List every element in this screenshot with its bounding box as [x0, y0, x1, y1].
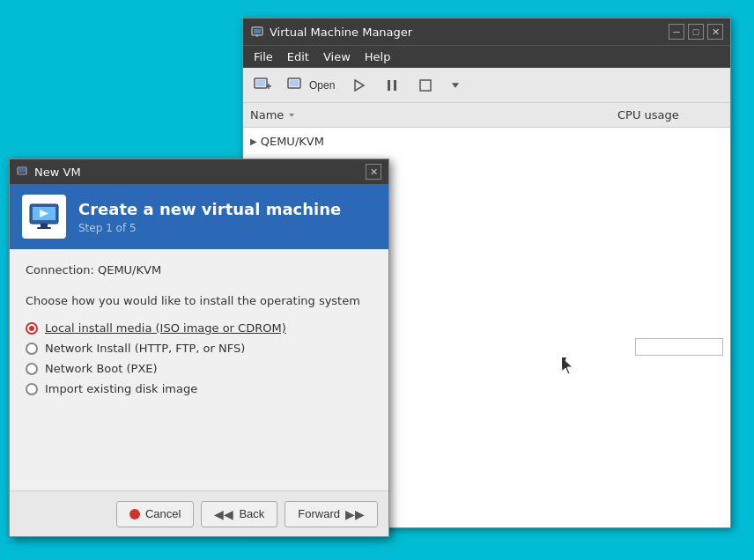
stop-icon — [416, 76, 435, 95]
back-button[interactable]: ◀◀ Back — [201, 501, 277, 527]
svg-marker-10 — [355, 80, 364, 91]
svg-rect-5 — [256, 80, 265, 86]
group-arrow-icon: ▶ — [250, 136, 257, 146]
menu-file[interactable]: File — [247, 48, 280, 66]
svg-rect-22 — [37, 227, 51, 229]
vmm-window-controls: ─ □ ✕ — [669, 24, 723, 40]
svg-rect-17 — [18, 168, 26, 173]
radio-import-disk[interactable]: Import existing disk image — [26, 382, 373, 395]
radio-network-install-label: Network Install (HTTP, FTP, or NFS) — [45, 342, 245, 355]
cancel-dot-icon — [129, 509, 140, 519]
close-button[interactable]: ✕ — [707, 24, 723, 40]
newvm-header-icon — [22, 195, 66, 239]
new-vm-toolbar-button[interactable] — [247, 71, 278, 99]
maximize-button[interactable]: □ — [688, 24, 704, 40]
vmm-list-header: Name CPU usage — [243, 103, 730, 128]
svg-marker-15 — [289, 114, 294, 117]
group-name: QEMU/KVM — [261, 135, 324, 148]
menu-edit[interactable]: Edit — [280, 48, 316, 66]
cancel-button[interactable]: Cancel — [116, 501, 194, 527]
forward-arrow-icon: ▶▶ — [345, 507, 365, 521]
menu-view[interactable]: View — [316, 48, 358, 66]
radio-local-label-underline: Local install media (ISO image or CDROM) — [45, 321, 286, 335]
back-arrow-icon: ◀◀ — [214, 507, 233, 521]
qemu-kvm-group[interactable]: ▶ QEMU/KVM — [243, 131, 730, 151]
radio-local-install[interactable]: Local install media (ISO image or CDROM) — [26, 321, 373, 335]
connection-row: Connection: QEMU/KVM — [26, 263, 373, 276]
newvm-close-button[interactable]: ✕ — [366, 164, 381, 180]
svg-marker-14 — [452, 83, 459, 88]
monitor-icon — [28, 201, 60, 232]
dropdown-arrow-icon — [446, 76, 465, 95]
newvm-footer: Cancel ◀◀ Back Forward ▶▶ — [10, 490, 388, 536]
radio-network-boot-circle — [26, 363, 38, 375]
newvm-dialog: New VM ✕ Create a new virtual machine St… — [9, 158, 389, 537]
cpu-usage-bar — [635, 338, 723, 356]
svg-rect-11 — [388, 80, 390, 91]
vmm-titlebar-left: Virtual Machine Manager — [250, 25, 412, 39]
newvm-header-text: Create a new virtual machine Step 1 of 5 — [78, 200, 341, 234]
back-label: Back — [239, 507, 264, 520]
cancel-label: Cancel — [145, 507, 181, 520]
vmm-titlebar: Virtual Machine Manager ─ □ ✕ — [243, 18, 730, 45]
newvm-titlebar: New VM ✕ — [10, 159, 388, 184]
radio-network-boot[interactable]: Network Boot (PXE) — [26, 362, 373, 375]
connection-label: Connection: — [26, 263, 94, 276]
radio-network-boot-label: Network Boot (PXE) — [45, 362, 158, 375]
forward-button[interactable]: Forward ▶▶ — [285, 501, 378, 527]
choose-install-label: Choose how you would like to install the… — [26, 294, 373, 307]
name-sort-icon — [287, 111, 296, 120]
newvm-titlebar-left: New VM — [17, 166, 81, 179]
toolbar-dropdown-button[interactable] — [443, 71, 468, 99]
newvm-header: Create a new virtual machine Step 1 of 5 — [10, 184, 388, 249]
radio-import-disk-label: Import existing disk image — [45, 382, 197, 395]
radio-local-label: Local install media (ISO image or CDROM) — [45, 321, 286, 335]
open-label: Open — [309, 79, 335, 92]
radio-local-circle — [26, 322, 38, 335]
name-column-header: Name — [250, 108, 617, 122]
play-icon — [349, 76, 368, 95]
new-vm-icon — [253, 76, 272, 95]
pause-icon — [382, 76, 402, 95]
play-button[interactable] — [343, 71, 374, 99]
connection-value: QEMU/KVM — [98, 263, 161, 276]
forward-label: Forward — [298, 507, 340, 520]
open-button[interactable]: Open — [280, 71, 341, 99]
newvm-dialog-title: Create a new virtual machine — [78, 200, 341, 218]
newvm-body: Connection: QEMU/KVM Choose how you woul… — [10, 249, 388, 490]
vmm-app-icon — [250, 25, 264, 39]
radio-network-install-circle — [26, 343, 38, 355]
cpu-column-header: CPU usage — [617, 108, 723, 122]
pause-button[interactable] — [376, 71, 408, 99]
name-label: Name — [250, 108, 284, 122]
install-method-radio-group: Local install media (ISO image or CDROM)… — [26, 321, 373, 395]
minimize-button[interactable]: ─ — [669, 24, 684, 40]
menu-help[interactable]: Help — [358, 48, 398, 66]
open-icon — [286, 76, 306, 95]
svg-rect-1 — [254, 29, 261, 33]
newvm-step-indicator: Step 1 of 5 — [78, 222, 341, 234]
svg-rect-13 — [420, 80, 431, 91]
svg-rect-21 — [41, 224, 48, 227]
radio-network-install[interactable]: Network Install (HTTP, FTP, or NFS) — [26, 342, 373, 355]
vmm-toolbar: Open — [243, 68, 730, 103]
stop-button[interactable] — [410, 71, 441, 99]
newvm-title: New VM — [34, 166, 81, 179]
svg-rect-12 — [394, 80, 396, 91]
vmm-title: Virtual Machine Manager — [270, 26, 412, 39]
radio-import-disk-circle — [26, 383, 38, 395]
newvm-app-icon — [17, 166, 29, 178]
svg-rect-9 — [290, 80, 299, 86]
vmm-menubar: File Edit View Help — [243, 45, 730, 68]
